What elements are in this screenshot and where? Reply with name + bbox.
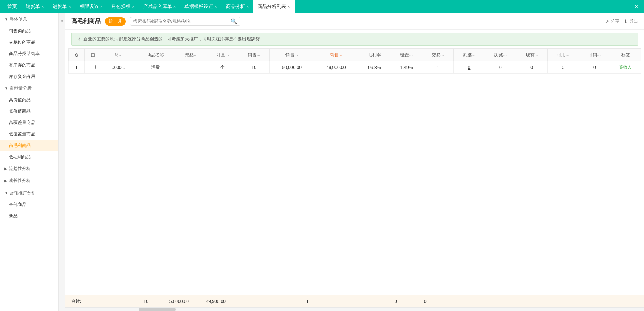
content-header: 高毛利商品 近一月 🔍 ↗ 分享 ⬇ 导出 [65, 13, 644, 30]
sidebar-item-traded-goods[interactable]: 交易过的商品 [0, 37, 58, 48]
col-spec[interactable]: 规格... [176, 49, 207, 61]
footer-sales-amount: 50,000.00 [161, 299, 197, 304]
content-area: 高毛利商品 近一月 🔍 ↗ 分享 ⬇ 导出 ✧ 企业的主要的利润都是这部分商品创… [65, 13, 644, 311]
close-product-analysis[interactable]: × [247, 4, 249, 9]
cell-index: 1 [69, 61, 85, 74]
search-input[interactable] [133, 19, 231, 24]
close-product-analysis-list[interactable]: × [288, 4, 290, 9]
sidebar-item-high-coverage[interactable]: 高覆盖量商品 [0, 117, 58, 129]
sidebar-item-low-coverage[interactable]: 低覆盖量商品 [0, 129, 58, 140]
sidebar: ▼ 整体信息 销售类商品 交易过的商品 商品分类助销率 有库存的商品 库存资金占… [0, 13, 59, 311]
cell-checkbox[interactable] [84, 61, 102, 74]
footer-gross-margin-spacer [234, 299, 263, 304]
col-unit[interactable]: 计量... [207, 49, 238, 61]
browse1-link[interactable]: 0 [468, 65, 471, 70]
filter-recent-month-btn[interactable]: 近一月 [105, 17, 126, 26]
cell-sales-cost: 49,900.00 [314, 61, 358, 74]
cell-coverage: 1.49% [391, 61, 422, 74]
col-coverage[interactable]: 覆盖... [391, 49, 422, 61]
close-window-btn[interactable]: × [632, 3, 641, 10]
footer-browse2-spacer [352, 299, 381, 304]
collapse-arrow-overall: ▼ [4, 17, 8, 21]
close-permission-settings[interactable]: × [100, 4, 102, 9]
nav-product-analysis[interactable]: 商品分析 × [222, 0, 253, 13]
col-trade[interactable]: 交易... [422, 49, 453, 61]
sidebar-item-high-margin[interactable]: 高毛利商品 [0, 140, 58, 151]
sidebar-group-flow[interactable]: ▶ 流趋性分析 [0, 163, 58, 175]
col-checkbox[interactable]: ☐ [84, 49, 102, 61]
cell-code: 0000... [102, 61, 135, 74]
col-sales-amount[interactable]: 销售... [270, 49, 314, 61]
close-sales-order[interactable]: × [42, 4, 44, 9]
col-code[interactable]: 商... [102, 49, 135, 61]
close-product-inbound[interactable]: × [173, 4, 176, 9]
footer-trade: 1 [293, 299, 322, 304]
col-browse2[interactable]: 浏览... [485, 49, 516, 61]
close-template-settings[interactable]: × [215, 4, 217, 9]
sidebar-item-stock-capital[interactable]: 库存资金占用 [0, 71, 58, 82]
nav-purchase-order[interactable]: 进货单 × [48, 0, 75, 13]
info-text: 企业的主要的利润都是这部分商品创造的，可考虑加大推广，同时关注库存是不要出现缺货 [83, 36, 260, 42]
header-actions: ↗ 分享 ⬇ 导出 [605, 18, 638, 25]
col-sales-cost[interactable]: 销售... [314, 49, 358, 61]
sidebar-group-growth[interactable]: ▶ 成长性分析 [0, 175, 58, 187]
cell-trade: 1 [422, 61, 453, 74]
horizontal-scrollbar[interactable] [65, 307, 644, 311]
sidebar-group-overall[interactable]: ▼ 整体信息 [0, 13, 58, 25]
nav-sales-order[interactable]: 销货单 × [21, 0, 48, 13]
footer-current: 0 [381, 299, 410, 304]
col-browse1[interactable]: 浏览... [453, 49, 485, 61]
sidebar-item-all-goods[interactable]: 全部商品 [0, 199, 58, 210]
search-box: 🔍 [130, 17, 240, 26]
sidebar-toggle-btn[interactable]: « [59, 13, 65, 311]
sidebar-item-low-margin[interactable]: 低毛利商品 [0, 151, 58, 163]
row-checkbox[interactable] [91, 65, 96, 69]
close-purchase-order[interactable]: × [68, 4, 71, 9]
export-btn[interactable]: ⬇ 导出 [624, 18, 638, 25]
nav-product-inbound[interactable]: 产成品入库单 × [139, 0, 180, 13]
col-tag[interactable]: 标签 [610, 49, 641, 61]
nav-home[interactable]: 首页 [3, 0, 21, 13]
sidebar-item-new-goods[interactable]: 新品 [0, 210, 58, 222]
nav-template-settings[interactable]: 单据模板设置 × [180, 0, 221, 13]
nav-permission-settings[interactable]: 权限设置 × [75, 0, 107, 13]
col-current[interactable]: 现有... [516, 49, 547, 61]
col-salable[interactable]: 可销... [579, 49, 610, 61]
footer-browse1-spacer [322, 299, 352, 304]
search-icon[interactable]: 🔍 [231, 18, 237, 24]
footer-sales-qty: 10 [131, 299, 161, 304]
col-available[interactable]: 可用... [547, 49, 579, 61]
collapse-arrow-growth: ▶ [4, 179, 7, 183]
share-icon: ↗ [605, 19, 609, 24]
sidebar-group-contribution[interactable]: ▼ 贡献量分析 [0, 82, 58, 94]
footer-label: 合计: [71, 298, 81, 304]
info-icon: ✧ [78, 37, 81, 42]
nav-product-analysis-list[interactable]: 商品分析列表 × [253, 0, 294, 13]
sidebar-item-stock-goods[interactable]: 有库存的商品 [0, 59, 58, 71]
close-role-auth[interactable]: × [132, 4, 134, 9]
cell-tag: 高收入 [610, 61, 641, 74]
export-icon: ⬇ [624, 19, 628, 24]
sidebar-item-sales-goods[interactable]: 销售类商品 [0, 25, 58, 37]
cell-available: 0 [547, 61, 579, 74]
col-gross-margin[interactable]: 毛利率 [358, 49, 391, 61]
cell-sales-amount: 50,000.00 [270, 61, 314, 74]
data-table: ⚙ ☐ 商... 商品名称 规格... 计量... 销售... 销售... 销售… [68, 48, 641, 74]
main-area: ▼ 整体信息 销售类商品 交易过的商品 商品分类助销率 有库存的商品 库存资金占… [0, 13, 644, 311]
sidebar-group-marketing[interactable]: ▼ 营销推广分析 [0, 187, 58, 199]
col-name[interactable]: 商品名称 [135, 49, 176, 61]
cell-browse1: 0 [453, 61, 485, 74]
sidebar-item-high-value[interactable]: 高价值商品 [0, 94, 58, 106]
collapse-arrow-flow: ▶ [4, 167, 7, 171]
page-title: 高毛利商品 [71, 18, 101, 25]
col-settings[interactable]: ⚙ [69, 49, 85, 61]
nav-role-auth[interactable]: 角色授权 × [107, 0, 138, 13]
chevron-left-icon: « [61, 18, 64, 23]
share-btn[interactable]: ↗ 分享 [605, 18, 619, 25]
sidebar-item-category-rate[interactable]: 商品分类助销率 [0, 48, 58, 59]
data-table-wrapper: ⚙ ☐ 商... 商品名称 规格... 计量... 销售... 销售... 销售… [65, 48, 644, 295]
sidebar-item-low-value[interactable]: 低价值商品 [0, 106, 58, 117]
col-sales-qty[interactable]: 销售... [238, 49, 270, 61]
footer-sales-cost: 49,900.00 [197, 299, 234, 304]
cell-gross-margin: 99.8% [358, 61, 391, 74]
